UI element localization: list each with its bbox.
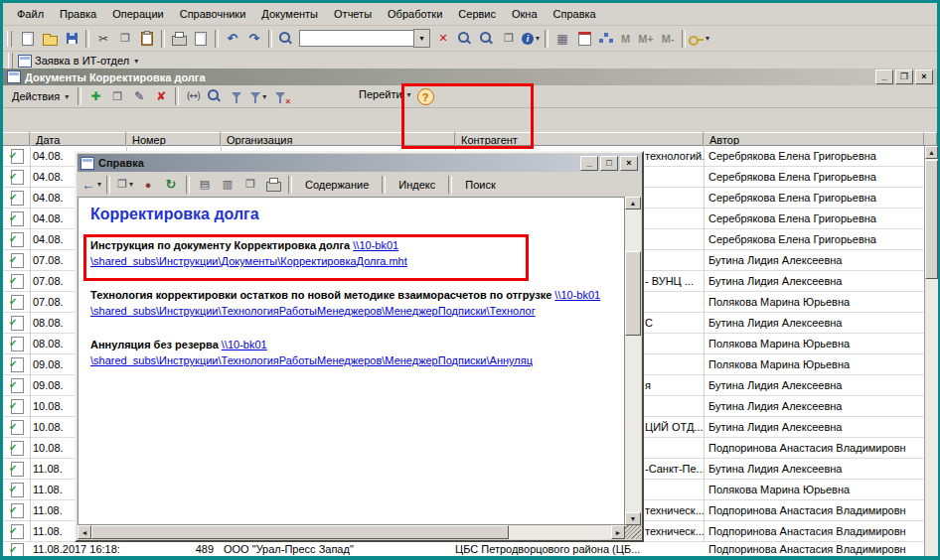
- help-window: Справка _ □ × ←▾ ❐▾ ● ↻ ▤ ▥ ❐ Содержание…: [75, 151, 644, 542]
- scroll-thumb[interactable]: [91, 525, 509, 539]
- menu-item[interactable]: Операции: [104, 5, 171, 23]
- cell-date: 07.08.: [33, 254, 64, 266]
- memory-plus-button[interactable]: M+: [634, 33, 658, 45]
- scroll-up-button[interactable]: ▲: [925, 146, 938, 159]
- entry-server-link[interactable]: \\10-bk01: [222, 339, 267, 350]
- search-input[interactable]: [299, 30, 413, 47]
- scroll-left-button[interactable]: ◄: [78, 525, 91, 539]
- scroll-thumb[interactable]: [925, 160, 938, 279]
- memory-recall-button[interactable]: M: [617, 33, 634, 45]
- header-number[interactable]: Номер: [126, 132, 221, 146]
- help-print-button[interactable]: [262, 174, 284, 195]
- interval-icon: (↔): [187, 91, 200, 101]
- scroll-down-button[interactable]: ▼: [625, 512, 641, 525]
- menu-item[interactable]: Правка: [52, 5, 104, 23]
- copy-button[interactable]: ❐: [114, 28, 136, 49]
- access-rights-button[interactable]: ▾: [689, 28, 710, 49]
- calendar-button[interactable]: [573, 28, 595, 49]
- help-window-titlebar[interactable]: Справка _ □ ×: [78, 154, 641, 172]
- help-close-button[interactable]: ×: [620, 156, 638, 171]
- it-request-form-icon: [18, 55, 32, 68]
- open-button[interactable]: [39, 28, 61, 49]
- it-request-label[interactable]: Заявка в ИТ-отдел: [35, 55, 129, 67]
- clear-search-button[interactable]: ✕: [432, 28, 454, 49]
- undo-button[interactable]: ↶: [222, 28, 243, 49]
- entry-server-link[interactable]: \\10-bk01: [554, 289, 600, 301]
- separator: [288, 176, 292, 194]
- resize-grip[interactable]: [625, 525, 641, 539]
- copy-item-button[interactable]: ❐: [106, 86, 128, 107]
- menu-item[interactable]: Сервис: [450, 5, 504, 23]
- cell-date: 04.08.: [33, 233, 64, 245]
- filter-by-value-button[interactable]: ▾: [247, 86, 269, 107]
- edit-button[interactable]: ✎: [128, 86, 150, 107]
- help-horizontal-scrollbar[interactable]: ◄ ►: [78, 525, 625, 539]
- header-icon-column[interactable]: [3, 132, 30, 146]
- menu-item[interactable]: Справка: [546, 5, 604, 23]
- cell-author: Бутина Лидия Алексеевна: [708, 275, 923, 287]
- paste-button[interactable]: [136, 28, 158, 49]
- search-in-list-button[interactable]: [204, 86, 226, 107]
- menu-item[interactable]: Документы: [253, 5, 326, 23]
- set-filter-button[interactable]: [226, 86, 247, 107]
- scroll-thumb[interactable]: [625, 251, 641, 336]
- cell-author: Серебрякова Елена Григорьевна: [708, 150, 923, 162]
- show-index-pane-button[interactable]: ▥: [217, 174, 238, 195]
- new-document-button[interactable]: [17, 28, 39, 49]
- table-settings-button[interactable]: ▦: [551, 28, 573, 49]
- stop-button[interactable]: ●: [137, 174, 159, 195]
- close-button[interactable]: ×: [915, 70, 933, 84]
- restore-button[interactable]: ❐: [895, 70, 913, 84]
- menu-item[interactable]: Справочники: [172, 5, 254, 23]
- memory-minus-button[interactable]: M-: [658, 33, 679, 45]
- paste-icon: [141, 32, 153, 46]
- table-row-partial[interactable]: ✔ 11.08.2017 16:18: 489 ООО "Урал-Пресс …: [3, 542, 924, 556]
- index-tab-button[interactable]: Индекс: [390, 177, 444, 193]
- help-minimize-button[interactable]: _: [580, 156, 598, 171]
- find-previous-button[interactable]: [476, 28, 498, 49]
- help-maximize-button[interactable]: □: [600, 156, 618, 171]
- refresh-button[interactable]: ↻: [160, 174, 182, 195]
- search-tab-button[interactable]: Поиск: [456, 177, 504, 193]
- header-date[interactable]: Дата: [30, 132, 126, 146]
- calculator-button[interactable]: [595, 28, 617, 49]
- date-interval-button[interactable]: (↔): [182, 86, 204, 107]
- cell-author: Бутина Лидия Алексеевна: [708, 400, 923, 412]
- toolbar-grip[interactable]: [7, 31, 12, 47]
- back-button[interactable]: ←▾: [80, 174, 102, 195]
- save-button[interactable]: [61, 28, 82, 49]
- delete-mark-button[interactable]: ✘: [150, 86, 172, 107]
- related-documents-button[interactable]: ❐: [498, 28, 520, 49]
- search-dropdown-button[interactable]: ▾: [413, 29, 430, 48]
- actions-menu-button[interactable]: Действия ▾: [6, 88, 75, 104]
- minimize-button[interactable]: _: [875, 70, 893, 84]
- page-options-button[interactable]: ❐▾: [114, 174, 136, 195]
- entry-path-link[interactable]: \shared_subs\Инструкции\ТехнологияРаботы…: [90, 303, 616, 319]
- menu-item[interactable]: Обработки: [380, 5, 450, 23]
- add-button[interactable]: ✚: [84, 86, 106, 107]
- contents-tab-button[interactable]: Содержание: [296, 177, 378, 193]
- table-vertical-scrollbar[interactable]: ▲: [924, 146, 938, 556]
- menu-item[interactable]: Окна: [504, 5, 546, 23]
- find-button[interactable]: [275, 28, 297, 49]
- scroll-right-button[interactable]: ►: [611, 525, 625, 539]
- find-next-button[interactable]: [454, 28, 476, 49]
- info-button[interactable]: i▾: [520, 28, 542, 49]
- menu-item[interactable]: Файл: [9, 5, 52, 23]
- posted-doc-icon: ✔: [11, 503, 24, 518]
- help-vertical-scrollbar[interactable]: ▲ ▼: [625, 197, 641, 525]
- scroll-up-button[interactable]: ▲: [625, 197, 641, 210]
- show-search-pane-button[interactable]: ❐: [239, 174, 261, 195]
- menu-item[interactable]: Отчеты: [326, 5, 380, 23]
- header-author[interactable]: Автор: [704, 132, 924, 146]
- show-contents-pane-button[interactable]: ▤: [194, 174, 216, 195]
- cut-button[interactable]: ✂: [92, 28, 114, 49]
- print-button[interactable]: [168, 28, 190, 49]
- entry-path-link[interactable]: \shared_subs\Инструкции\ТехнологияРаботы…: [90, 352, 616, 368]
- annotation-box-help-button: [401, 83, 534, 149]
- print-preview-button[interactable]: [190, 28, 212, 49]
- clear-filter-button[interactable]: [269, 86, 291, 107]
- cell-contragent: С: [645, 317, 704, 329]
- toolbar-grip[interactable]: [8, 53, 13, 69]
- redo-button[interactable]: ↷: [243, 28, 265, 49]
